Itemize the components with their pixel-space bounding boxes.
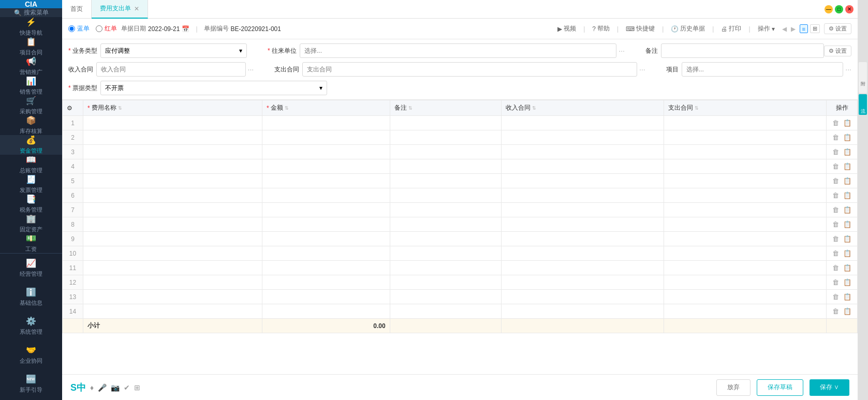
amount-cell[interactable] [262, 203, 390, 217]
copy-row-button[interactable]: 📋 [843, 278, 851, 286]
remark-input[interactable] [661, 43, 824, 58]
expense-name-cell[interactable] [83, 261, 262, 275]
expense-name-cell[interactable] [83, 174, 262, 188]
expense-contract-cell[interactable] [664, 159, 826, 174]
radio-blue-label[interactable]: 蓝单 [68, 24, 90, 33]
delete-row-button[interactable]: 🗑 [832, 191, 839, 199]
expense-name-cell[interactable] [83, 275, 262, 290]
nav-prev-button[interactable]: ◀ [782, 25, 787, 33]
window-maximize-button[interactable]: □ [835, 5, 843, 13]
expense-contract-more-button[interactable]: ··· [639, 65, 645, 73]
delete-row-button[interactable]: 🗑 [832, 177, 839, 185]
sidebar-item-tax[interactable]: 📑 税务管理 [0, 194, 62, 214]
calendar-icon[interactable]: 📅 [182, 25, 189, 33]
note-cell[interactable] [390, 116, 501, 130]
delete-row-button[interactable]: 🗑 [832, 264, 839, 272]
delete-row-button[interactable]: 🗑 [832, 278, 839, 286]
bottom-icon-mic[interactable]: 🎤 [98, 383, 107, 392]
sidebar-search[interactable]: 🔍 搜索菜单 [0, 8, 62, 17]
project-more-button[interactable]: ··· [845, 65, 851, 73]
delete-row-button[interactable]: 🗑 [832, 235, 839, 243]
expense-name-cell[interactable] [83, 145, 262, 159]
amount-cell[interactable] [262, 145, 390, 159]
radio-blue-input[interactable] [68, 25, 75, 32]
column-config-icon[interactable]: ⚙ [67, 105, 72, 112]
th-config[interactable]: ⚙ [63, 100, 83, 116]
window-close-button[interactable]: ✕ [845, 5, 854, 13]
help-button[interactable]: ? 帮助 [589, 23, 613, 34]
sidebar-item-sales[interactable]: 📊 销售管理 [0, 76, 62, 96]
expense-contract-cell[interactable] [664, 116, 826, 130]
copy-row-button[interactable]: 📋 [843, 191, 851, 199]
sidebar-item-sys-mgmt[interactable]: ⚙️ 系统管理 [0, 312, 62, 340]
bottom-icon-1[interactable]: ♦ [90, 383, 94, 392]
bottom-icon-check[interactable]: ✔ [124, 383, 130, 392]
amount-cell[interactable] [262, 174, 390, 188]
sidebar-item-basic-info[interactable]: ℹ️ 基础信息 [0, 283, 62, 312]
copy-row-button[interactable]: 📋 [843, 134, 851, 141]
copy-row-button[interactable]: 📋 [843, 220, 851, 228]
sidebar-item-payroll[interactable]: 💵 工资 [0, 233, 62, 253]
delete-row-button[interactable]: 🗑 [832, 134, 839, 141]
note-cell[interactable] [390, 130, 501, 145]
expense-contract-cell[interactable] [664, 217, 826, 232]
income-contract-cell[interactable] [501, 304, 664, 319]
amount-cell[interactable] [262, 304, 390, 319]
sidebar-item-project-contract[interactable]: 📋 项目合同 [0, 37, 62, 56]
note-cell[interactable] [390, 174, 501, 188]
amount-cell[interactable] [262, 130, 390, 145]
shortcuts-button[interactable]: ⌨ 快捷键 [623, 23, 658, 34]
expense-name-cell[interactable] [83, 232, 262, 246]
copy-row-button[interactable]: 📋 [843, 177, 851, 185]
expense-contract-cell[interactable] [664, 203, 826, 217]
expense-contract-cell[interactable] [664, 232, 826, 246]
sidebar-item-ops[interactable]: 📈 经营管理 [0, 254, 62, 283]
right-panel-tab-2[interactable]: 流 [859, 94, 867, 115]
invoice-type-select[interactable]: 不开票 ▾ [100, 81, 327, 95]
tab-home[interactable]: 首页 [62, 0, 92, 19]
note-cell[interactable] [390, 290, 501, 304]
expense-name-cell[interactable] [83, 290, 262, 304]
copy-row-button[interactable]: 📋 [843, 249, 851, 257]
amount-cell[interactable] [262, 217, 390, 232]
copy-row-button[interactable]: 📋 [843, 148, 851, 156]
income-contract-cell[interactable] [501, 188, 664, 203]
copy-row-button[interactable]: 📋 [843, 119, 851, 127]
copy-row-button[interactable]: 📋 [843, 307, 851, 315]
radio-red-input[interactable] [96, 25, 102, 32]
delete-row-button[interactable]: 🗑 [832, 249, 839, 257]
copy-row-button[interactable]: 📋 [843, 162, 851, 170]
sidebar-item-inventory[interactable]: 📦 库存核算 [0, 115, 62, 135]
video-button[interactable]: ▶ 视频 [554, 23, 579, 34]
copy-row-button[interactable]: 📋 [843, 206, 851, 214]
amount-cell[interactable] [262, 159, 390, 174]
save-draft-button[interactable]: 保存草稿 [757, 379, 803, 396]
income-contract-cell[interactable] [501, 217, 664, 232]
note-cell[interactable] [390, 246, 501, 261]
income-contract-cell[interactable] [501, 116, 664, 130]
view-list-button[interactable]: ≡ [800, 24, 808, 33]
note-cell[interactable] [390, 188, 501, 203]
note-cell[interactable] [390, 232, 501, 246]
copy-row-button[interactable]: 📋 [843, 264, 851, 272]
expense-contract-cell[interactable] [664, 246, 826, 261]
amount-cell[interactable] [262, 275, 390, 290]
sort-icon[interactable]: ⇅ [532, 106, 536, 111]
amount-cell[interactable] [262, 232, 390, 246]
expense-name-cell[interactable] [83, 130, 262, 145]
save-button[interactable]: 保存 ∨ [810, 379, 849, 396]
expense-contract-cell[interactable] [664, 145, 826, 159]
income-contract-cell[interactable] [501, 275, 664, 290]
note-cell[interactable] [390, 159, 501, 174]
tab-expense[interactable]: 费用支出单 ✕ [92, 0, 148, 19]
delete-row-button[interactable]: 🗑 [832, 162, 839, 170]
income-contract-more-button[interactable]: ··· [248, 65, 254, 73]
tab-close-button[interactable]: ✕ [134, 5, 139, 12]
window-minimize-button[interactable]: — [825, 5, 833, 13]
expense-contract-cell[interactable] [664, 130, 826, 145]
bottom-icon-camera[interactable]: 📷 [111, 383, 120, 392]
sidebar-item-quick-nav[interactable]: ⚡ 快捷导航 [0, 17, 62, 37]
income-contract-cell[interactable] [501, 174, 664, 188]
expense-name-cell[interactable] [83, 159, 262, 174]
income-contract-cell[interactable] [501, 145, 664, 159]
